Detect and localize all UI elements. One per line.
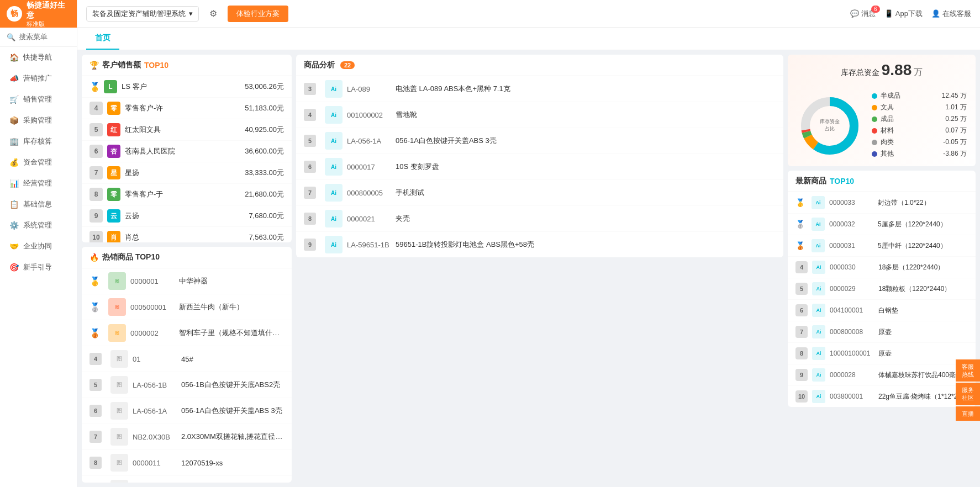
medal-gold-icon: 🥇 (89, 276, 101, 287)
svg-text:库存资金: 库存资金 (820, 119, 840, 124)
product-thumb: Ai (325, 106, 343, 124)
sidebar-search[interactable]: 🔍 搜索菜单 (0, 28, 77, 47)
sidebar-item-purchase[interactable]: 📦 采购管理 (0, 110, 77, 131)
system-icon: ⚙️ (9, 220, 19, 230)
sidebar-item-label: 资金管理 (23, 157, 52, 167)
legend-dot (872, 151, 877, 157)
operation-icon: 📊 (9, 178, 19, 188)
list-item: 🥇 Ai 0000033 封边带（1.0*22） (788, 192, 976, 214)
customer-ranking-card: 🏆 客户销售额 TOP10 🥇 L LS 客户 53,006.26元 (82, 55, 292, 242)
basic-icon: 📋 (9, 199, 19, 209)
table-row: 9 云 云扬 7,680.00元 (82, 205, 292, 227)
list-item: 5 图 LA-056-1B 056-1B白色按键开关底ABS2壳 (82, 372, 292, 398)
list-item: 6 Ai 004100001 白钢垫 (788, 300, 976, 321)
legend-dot (872, 105, 877, 110)
online-service-button[interactable]: 👤 在线客服 (931, 9, 971, 19)
product-analysis-header: 商品分析 22 (296, 55, 783, 76)
sidebar-item-guide[interactable]: 🎯 新手引导 (0, 257, 77, 278)
avatar: L (104, 80, 117, 93)
tab-bar: 首页 (77, 28, 980, 50)
inventory-card: 库存总资金 9.88 万 (788, 55, 976, 166)
avatar: 零 (107, 102, 120, 115)
sidebar-item-label: 新手引导 (23, 262, 52, 272)
search-icon: 🔍 (7, 33, 15, 41)
legend-item: 半成品 12.45 万 (872, 91, 967, 100)
sidebar-item-system[interactable]: ⚙️ 系统管理 (0, 215, 77, 236)
message-icon: 💬 (850, 9, 859, 18)
product-thumb: 图 (110, 350, 128, 368)
sidebar-item-label: 库存核算 (23, 136, 52, 146)
table-row: 5 红 红太阳文具 40,925.00元 (82, 119, 292, 141)
service-icon: 👤 (931, 9, 940, 18)
tab-home[interactable]: 首页 (86, 28, 119, 50)
messages-button[interactable]: 💬 消息 6 (850, 9, 876, 19)
marketing-icon: 📣 (9, 73, 19, 83)
sidebar-item-sales[interactable]: 🛒 销售管理 (0, 89, 77, 110)
finance-icon: 💰 (9, 157, 19, 167)
product-thumb: 图 (110, 376, 128, 394)
list-item: 9 Ai 0000028 体械嘉枝味苏打饮品400毫升（1*15） (788, 364, 976, 386)
list-item: 6 图 LA-056-1A 056-1A白色按键开关盖ABS 3壳 (82, 398, 292, 424)
legend-item: 文具 1.01 万 (872, 103, 967, 112)
fire-icon: 🔥 (89, 253, 99, 262)
sidebar-item-label: 基础信息 (23, 199, 52, 209)
sidebar-item-label: 采购管理 (23, 115, 52, 125)
sidebar-item-finance[interactable]: 💰 资金管理 (0, 152, 77, 173)
table-row: 🥇 L LS 客户 53,006.26元 (82, 76, 292, 98)
legend-item: 其他 -3.86 万 (872, 149, 967, 158)
customer-service-button[interactable]: 客服热线 (956, 359, 980, 382)
sidebar-item-label: 营销推广 (23, 73, 52, 83)
list-item: 🥇 图 0000001 中华神器 (82, 268, 292, 294)
product-thumb: 图 (108, 272, 126, 290)
legend-dot (872, 117, 877, 122)
product-thumb: Ai (812, 261, 825, 274)
list-item: 8 Ai 10000100001 原壶 (788, 343, 976, 364)
newest-products-card: 最新商品 TOP10 🥇 Ai 0000033 封边带（1.0*22） 🥈 Ai (788, 171, 976, 407)
right-panel: 库存总资金 9.88 万 (788, 55, 976, 483)
app-download-button[interactable]: 📱 App下载 (884, 9, 923, 19)
list-item: 8 Ai 0000021 夹壳 (296, 206, 783, 232)
medal-gold-icon: 🥇 (89, 82, 101, 92)
sidebar-item-operation[interactable]: 📊 经营管理 (0, 173, 77, 194)
medal-icon: 🥈 (795, 220, 805, 229)
product-thumb: 图 (110, 480, 128, 483)
product-thumb: Ai (812, 282, 825, 295)
sidebar-item-basic[interactable]: 📋 基础信息 (0, 194, 77, 215)
list-item: 7 Ai 000800005 手机测试 (296, 180, 783, 206)
content-area: 首页 🏆 客户销售额 TOP10 🥇 L (77, 28, 980, 487)
table-row: 10 肖 肖总 7,563.00元 (82, 227, 292, 242)
medal-silver-icon: 🥈 (89, 302, 101, 313)
product-thumb: 图 (108, 324, 126, 342)
system-selector[interactable]: 装备及固定资产辅助管理系统 ▾ (86, 6, 199, 22)
product-thumb: Ai (325, 184, 343, 202)
sidebar-item-label: 快捷导航 (23, 52, 52, 62)
left-panel: 🏆 客户销售额 TOP10 🥇 L LS 客户 53,006.26元 (82, 55, 292, 483)
product-thumb: Ai (812, 325, 825, 338)
product-thumb: Ai (812, 390, 825, 403)
avatar: 肖 (107, 231, 120, 242)
trial-button[interactable]: 体验行业方案 (228, 6, 288, 22)
sidebar-item-inventory[interactable]: 🏢 库存核算 (0, 131, 77, 152)
sidebar-item-marketing[interactable]: 📣 营销推广 (0, 68, 77, 89)
topbar-right: 💬 消息 6 📱 App下载 👤 在线客服 (850, 9, 971, 19)
topbar: 装备及固定资产辅助管理系统 ▾ ⚙ 体验行业方案 💬 消息 6 📱 App下载 … (77, 0, 980, 28)
sidebar-item-quick-nav[interactable]: 🏠 快捷导航 (0, 47, 77, 68)
table-row: 7 星 星扬 33,333.00元 (82, 162, 292, 184)
chevron-down-icon: ▾ (189, 9, 193, 18)
table-row: 4 零 零售客户-许 51,183.00元 (82, 98, 292, 119)
settings-button[interactable]: ⚙ (206, 6, 221, 22)
list-item: 🥈 Ai 0000032 5厘多层（1220*2440） (788, 214, 976, 235)
table-row: 8 零 零售客户-于 21,680.00元 (82, 184, 292, 205)
avatar: 星 (107, 166, 120, 179)
service-community-button[interactable]: 服务社区 (956, 383, 980, 405)
main-area: 装备及固定资产辅助管理系统 ▾ ⚙ 体验行业方案 💬 消息 6 📱 App下载 … (77, 0, 980, 487)
sidebar-item-label: 经营管理 (23, 178, 52, 188)
search-menu-button[interactable]: 🔍 搜索菜单 (7, 32, 70, 42)
list-item: 6 Ai 0000017 10S 变刻罗盘 (296, 154, 783, 180)
live-stream-button[interactable]: 直播 (956, 406, 980, 421)
avatar: 杏 (107, 145, 120, 158)
sidebar-item-enterprise[interactable]: 🤝 企业协同 (0, 236, 77, 257)
sidebar-item-label: 销售管理 (23, 94, 52, 104)
sidebar-nav: 🏠 快捷导航 📣 营销推广 🛒 销售管理 📦 采购管理 🏢 库存核算 💰 资金管… (0, 47, 77, 487)
sidebar-item-label: 企业协同 (23, 241, 52, 251)
